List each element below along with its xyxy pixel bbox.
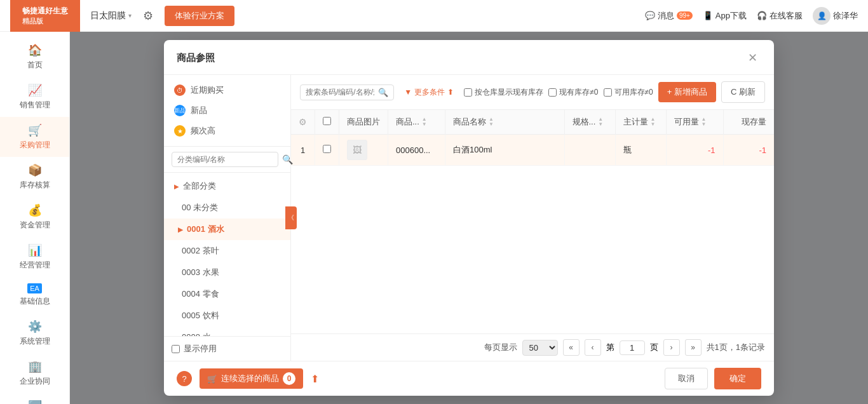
warehouse-stock-cb[interactable] bbox=[464, 88, 472, 97]
avatar: 👤 bbox=[813, 7, 831, 25]
basic-icon: EA bbox=[27, 283, 42, 293]
th-code-sort[interactable]: 商品... ▲▼ bbox=[396, 116, 437, 128]
category-search-btn[interactable]: 🔍 bbox=[282, 154, 293, 165]
row-code: 000600... bbox=[396, 145, 430, 155]
sidebar-item-purchase[interactable]: 🛒 采购管理 bbox=[0, 117, 69, 157]
nonzero-avail-cb[interactable] bbox=[604, 88, 612, 97]
service-btn[interactable]: 🎧 在线客服 bbox=[757, 10, 803, 22]
cat-label-0001: 0001 酒水 bbox=[187, 224, 224, 235]
page-size-label: 每页显示 bbox=[484, 342, 517, 353]
sidebar-item-inventory[interactable]: 📦 库存核算 bbox=[0, 157, 69, 197]
th-avail-sort[interactable]: 可用量 ▲▼ bbox=[674, 116, 715, 128]
sidebar-item-system[interactable]: ⚙️ 系统管理 bbox=[0, 313, 69, 353]
th-name-label: 商品名称 bbox=[453, 116, 486, 128]
enterprise-icon: 🏢 bbox=[28, 360, 42, 374]
store-selector[interactable]: 日太阳膜 ▾ bbox=[90, 10, 132, 22]
next-page-btn[interactable]: › bbox=[663, 339, 680, 356]
cat-item-0004[interactable]: 0004 零食 bbox=[164, 283, 290, 305]
nonzero-avail-option[interactable]: 可用库存≠0 bbox=[604, 87, 653, 98]
cancel-btn[interactable]: 取消 bbox=[665, 368, 708, 389]
sidebar-label-basic: 基础信息 bbox=[20, 296, 50, 307]
warehouse-stock-option[interactable]: 按仓库显示现有库存 bbox=[464, 87, 543, 98]
sidebar-item-home[interactable]: 🏠 首页 bbox=[0, 37, 69, 77]
user-profile[interactable]: 👤 徐泽华 bbox=[813, 7, 858, 25]
messages-btn[interactable]: 💬 消息 99+ bbox=[645, 10, 693, 22]
new-label: 新品 bbox=[191, 105, 207, 116]
filter-btn[interactable]: ▼ 更多条件 ⬆ bbox=[399, 84, 459, 100]
th-spec-sort[interactable]: 规格... ▲▼ bbox=[573, 116, 607, 128]
last-page-btn[interactable]: » bbox=[685, 339, 702, 356]
cat-item-all[interactable]: ▶ 全部分类 bbox=[164, 175, 290, 197]
search-icon: 🔍 bbox=[378, 88, 388, 97]
sidebar-item-guide[interactable]: 🆕 新手引导 bbox=[0, 393, 69, 404]
modal-overlay: 商品参照 ✕ ⏱ 近期购买 新品 bbox=[70, 32, 868, 404]
cat-label-00: 00 未分类 bbox=[182, 202, 218, 213]
sidebar-label-purchase: 采购管理 bbox=[20, 140, 50, 151]
th-unit-sort[interactable]: 主计量 ▲▼ bbox=[623, 116, 658, 128]
collapse-footer-btn[interactable]: ⬆ bbox=[311, 373, 319, 385]
app-download-btn[interactable]: 📱 App下载 bbox=[703, 10, 747, 22]
cat-item-0002[interactable]: 0002 茶叶 bbox=[164, 240, 290, 262]
product-reference-modal: 商品参照 ✕ ⏱ 近期购买 新品 bbox=[164, 40, 774, 396]
collapse-panel-btn[interactable]: 《 bbox=[285, 206, 297, 229]
nonzero-stock-option[interactable]: 现有库存≠0 bbox=[548, 87, 598, 98]
page-number-input[interactable] bbox=[620, 340, 645, 355]
prev-page-btn[interactable]: ‹ bbox=[585, 339, 601, 356]
sidebar-item-basic[interactable]: EA 基础信息 bbox=[0, 277, 69, 313]
page-size-select[interactable]: 50 100 bbox=[522, 340, 558, 356]
th-stock: 现存量 bbox=[723, 110, 774, 135]
quick-item-new[interactable]: 新品 新品 bbox=[164, 100, 290, 121]
add-product-btn[interactable]: + 新增商品 bbox=[658, 82, 716, 102]
cat-item-0005[interactable]: 0005 饮料 bbox=[164, 305, 290, 327]
th-name: 商品名称 ▲▼ bbox=[445, 110, 565, 135]
logo-line2: 精品版 bbox=[22, 17, 68, 26]
show-disabled-label[interactable]: 显示停用 bbox=[184, 343, 217, 354]
category-search-input[interactable] bbox=[172, 152, 278, 167]
product-search-input[interactable] bbox=[306, 88, 374, 97]
quick-item-recent[interactable]: ⏱ 近期购买 bbox=[164, 80, 290, 100]
row-unit-cell: 瓶 bbox=[615, 135, 666, 166]
category-search: 🔍 bbox=[164, 147, 290, 173]
row-spec-cell bbox=[564, 135, 615, 166]
service-label: 在线客服 bbox=[770, 10, 803, 22]
th-spec: 规格... ▲▼ bbox=[564, 110, 615, 135]
sidebar-item-sales[interactable]: 📈 销售管理 bbox=[0, 77, 69, 117]
confirm-btn[interactable]: 确定 bbox=[714, 368, 761, 389]
cat-item-0008[interactable]: 0008 水 bbox=[164, 327, 290, 336]
modal-close-btn[interactable]: ✕ bbox=[743, 49, 761, 67]
cat-item-0001[interactable]: ▶ 0001 酒水 bbox=[164, 219, 290, 240]
cat-label-0002: 0002 茶叶 bbox=[182, 245, 219, 257]
th-stock-label: 现存量 bbox=[742, 117, 766, 126]
sidebar-label-enterprise: 企业协同 bbox=[20, 376, 50, 387]
quick-item-frequent[interactable]: ★ 频次高 bbox=[164, 121, 290, 141]
row-num: 1 bbox=[291, 135, 315, 166]
first-page-btn[interactable]: « bbox=[563, 339, 580, 356]
settings-btn[interactable]: ⚙ bbox=[138, 6, 158, 26]
modal-body: ⏱ 近期购买 新品 新品 ★ 频次高 bbox=[164, 75, 774, 361]
frequent-icon: ★ bbox=[174, 125, 186, 137]
page-label: 第 bbox=[606, 342, 614, 353]
cat-item-00[interactable]: 00 未分类 bbox=[164, 197, 290, 219]
try-industry-btn[interactable]: 体验行业方案 bbox=[165, 6, 234, 26]
cat-item-0003[interactable]: 0003 水果 bbox=[164, 262, 290, 283]
nonzero-stock-cb[interactable] bbox=[548, 88, 557, 97]
sort-icon: ▲▼ bbox=[422, 117, 427, 127]
row-checkbox[interactable] bbox=[323, 145, 331, 153]
sidebar-item-operations[interactable]: 📊 经营管理 bbox=[0, 237, 69, 277]
select-all-checkbox[interactable] bbox=[323, 117, 331, 125]
toolbar: 🔍 ▼ 更多条件 ⬆ 按仓库显示现有库存 bbox=[291, 75, 774, 110]
sidebar-item-enterprise[interactable]: 🏢 企业协同 bbox=[0, 353, 69, 393]
new-icon: 新品 bbox=[174, 105, 186, 116]
cart-btn[interactable]: 🛒 连续选择的商品 0 bbox=[200, 368, 303, 389]
table-row[interactable]: 1 🖼 bbox=[291, 135, 774, 166]
refresh-btn[interactable]: C 刷新 bbox=[721, 81, 765, 103]
show-disabled-checkbox[interactable] bbox=[172, 345, 180, 353]
msg-badge: 99+ bbox=[677, 11, 693, 20]
guide-icon: 🆕 bbox=[28, 400, 42, 404]
th-name-sort[interactable]: 商品名称 ▲▼ bbox=[453, 116, 557, 128]
sidebar-label-inventory: 库存核算 bbox=[20, 180, 50, 191]
column-settings-icon[interactable]: ⚙ bbox=[299, 117, 307, 127]
row-name: 白酒100ml bbox=[453, 145, 492, 154]
help-btn[interactable]: ? bbox=[177, 371, 192, 386]
sidebar-item-finance[interactable]: 💰 资金管理 bbox=[0, 197, 69, 237]
